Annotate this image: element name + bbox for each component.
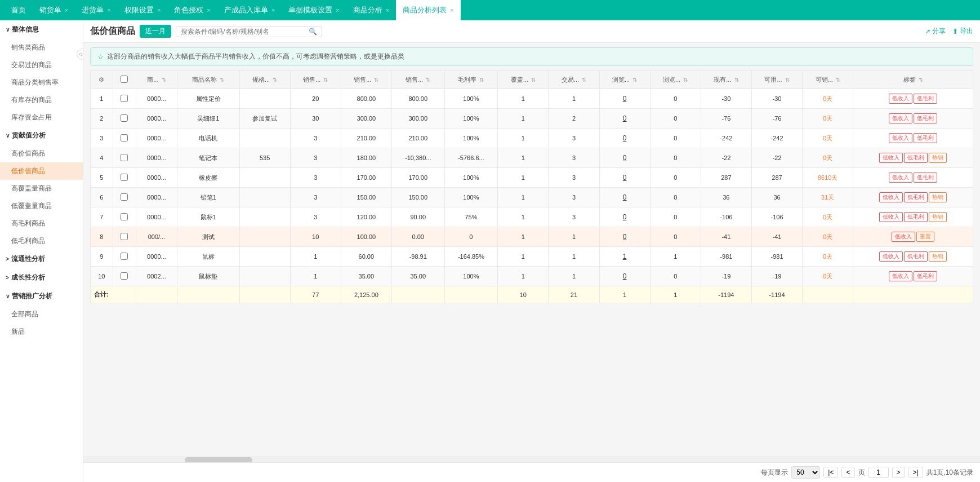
nav-product-analysis-list[interactable]: 商品分析列表 × (396, 0, 460, 20)
col-browse1[interactable]: 浏览... ⇅ (599, 71, 650, 89)
export-button[interactable]: ⬆ 导出 (952, 26, 973, 36)
cell-browse1[interactable]: 0 (599, 148, 650, 168)
col-trade[interactable]: 交易... ⇅ (549, 71, 599, 89)
close-icon[interactable]: × (450, 7, 453, 14)
tag: 热销 (929, 251, 947, 262)
next-page-button[interactable]: > (892, 467, 905, 478)
cell-checkbox[interactable] (113, 188, 136, 207)
col-code[interactable]: 商... ⇅ (136, 71, 177, 89)
last-page-button[interactable]: >| (908, 467, 923, 478)
search-input[interactable] (181, 28, 306, 36)
col-saleable[interactable]: 可销... ⇅ (803, 71, 853, 89)
cell-checkbox[interactable] (113, 247, 136, 267)
share-button[interactable]: ↗ 分享 (925, 26, 946, 36)
cell-sale1: 1 (290, 267, 341, 286)
col-current[interactable]: 现有... ⇅ (701, 71, 751, 89)
col-avail[interactable]: 可用... ⇅ (751, 71, 802, 89)
close-icon[interactable]: × (65, 7, 68, 14)
close-icon[interactable]: × (157, 7, 161, 14)
col-sale2[interactable]: 销售... ⇅ (341, 71, 391, 89)
sidebar-item-category-sales[interactable]: 商品分类销售率 (0, 74, 83, 91)
col-spec[interactable]: 规格... ⇅ (239, 71, 290, 89)
sidebar-item-low-margin[interactable]: 低毛利商品 (0, 232, 83, 250)
cell-checkbox[interactable] (113, 89, 136, 109)
col-browse2[interactable]: 浏览... ⇅ (650, 71, 701, 89)
cell-checkbox[interactable] (113, 148, 136, 168)
row-checkbox[interactable] (121, 95, 128, 102)
cell-browse1[interactable]: 0 (599, 207, 650, 227)
row-checkbox[interactable] (121, 233, 128, 240)
close-icon[interactable]: × (386, 7, 389, 14)
sidebar-item-high-margin[interactable]: 高毛利商品 (0, 215, 83, 232)
first-page-button[interactable]: |< (823, 467, 838, 478)
col-cover[interactable]: 覆盖... ⇅ (498, 71, 549, 89)
row-checkbox[interactable] (121, 154, 128, 161)
nav-permissions[interactable]: 权限设置 × (118, 0, 167, 20)
per-page-select[interactable]: 50 100 200 (791, 466, 820, 479)
sidebar-group-growth[interactable]: > 成长性分析 (0, 268, 83, 287)
close-icon[interactable]: × (207, 7, 210, 14)
sidebar-item-new-products[interactable]: 新品 (0, 323, 83, 341)
cell-browse1[interactable]: 0 (599, 267, 650, 286)
tag: 低收入 (889, 271, 912, 281)
cell-spec (239, 89, 290, 109)
close-icon[interactable]: × (107, 7, 110, 14)
sidebar-group-marketing[interactable]: ∨ 营销推广分析 (0, 287, 83, 306)
nav-sales[interactable]: 销货单 × (33, 0, 75, 20)
row-checkbox[interactable] (121, 134, 128, 141)
row-checkbox[interactable] (121, 114, 128, 122)
sidebar-group-circulation[interactable]: > 流通性分析 (0, 250, 83, 268)
nav-home[interactable]: 首页 (5, 0, 33, 20)
col-checkbox[interactable] (113, 71, 136, 89)
date-filter-button[interactable]: 近一月 (140, 25, 171, 38)
select-all-checkbox[interactable] (121, 76, 128, 83)
sidebar-group-general[interactable]: ∨ 整体信息 (0, 20, 83, 39)
horizontal-scrollbar[interactable] (83, 457, 980, 462)
sidebar-item-traded-products[interactable]: 交易过的商品 (0, 56, 83, 74)
col-sale1[interactable]: 销售... ⇅ (290, 71, 341, 89)
row-checkbox[interactable] (121, 213, 128, 220)
col-tags[interactable]: 标签 ⇅ (853, 71, 973, 89)
cell-checkbox[interactable] (113, 129, 136, 148)
row-checkbox[interactable] (121, 193, 128, 201)
nav-product-in[interactable]: 产成品入库单 × (217, 0, 282, 20)
cell-checkbox[interactable] (113, 207, 136, 227)
col-sale3[interactable]: 销售... ⇅ (391, 71, 444, 89)
search-icon[interactable]: 🔍 (309, 28, 317, 36)
cell-checkbox[interactable] (113, 227, 136, 247)
close-icon[interactable]: × (271, 7, 275, 14)
sidebar-item-high-value[interactable]: 高价值商品 (0, 145, 83, 162)
sidebar-item-stock-capital[interactable]: 库存资金占用 (0, 109, 83, 126)
cell-checkbox[interactable] (113, 109, 136, 129)
sidebar-item-low-coverage[interactable]: 低覆盖量商品 (0, 197, 83, 215)
sidebar-group-contribution[interactable]: ∨ 贡献值分析 (0, 126, 83, 145)
page-number-input[interactable] (868, 467, 889, 478)
close-icon[interactable]: × (336, 7, 339, 14)
col-settings[interactable]: ⚙ (91, 71, 113, 89)
row-checkbox[interactable] (121, 272, 128, 280)
cell-browse1[interactable]: 0 (599, 188, 650, 207)
nav-purchase[interactable]: 进货单 × (75, 0, 117, 20)
sidebar-item-sales-products[interactable]: 销售类商品 (0, 39, 83, 56)
cell-browse1[interactable]: 0 (599, 109, 650, 129)
col-margin[interactable]: 毛利率 ⇅ (444, 71, 498, 89)
cell-browse1[interactable]: 0 (599, 89, 650, 109)
cell-checkbox[interactable] (113, 267, 136, 286)
sidebar-item-low-value[interactable]: 低价值商品 (0, 162, 83, 180)
cell-browse1[interactable]: 1 (599, 247, 650, 267)
nav-product-analysis[interactable]: 商品分析 × (346, 0, 396, 20)
cell-browse1[interactable]: 0 (599, 129, 650, 148)
sidebar-item-high-coverage[interactable]: 高覆盖量商品 (0, 180, 83, 197)
sidebar-item-all-products[interactable]: 全部商品 (0, 306, 83, 323)
prev-page-button[interactable]: < (841, 467, 854, 478)
nav-template[interactable]: 单据模板设置 × (282, 0, 346, 20)
cell-checkbox[interactable] (113, 168, 136, 188)
row-checkbox[interactable] (121, 174, 128, 181)
row-checkbox[interactable] (121, 253, 128, 260)
table-container: ⚙ 商... ⇅ 商品名称 ⇅ 规格... ⇅ 销售... ⇅ 销售... ⇅ … (83, 70, 980, 457)
sidebar-item-stock-products[interactable]: 有库存的商品 (0, 91, 83, 109)
cell-browse1[interactable]: 0 (599, 168, 650, 188)
nav-roles[interactable]: 角色授权 × (167, 0, 217, 20)
cell-browse1[interactable]: 0 (599, 227, 650, 247)
col-name[interactable]: 商品名称 ⇅ (177, 71, 239, 89)
